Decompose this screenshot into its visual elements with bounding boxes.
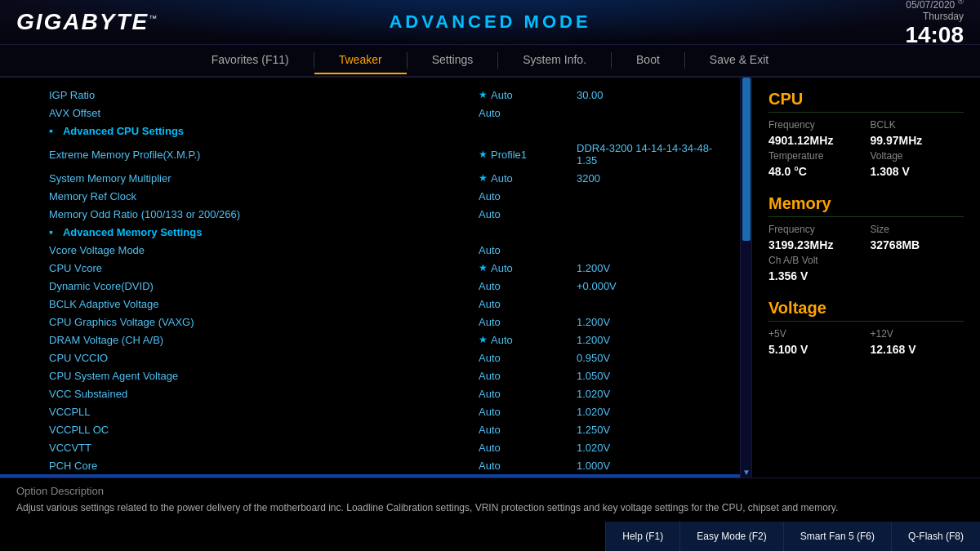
memory-stats-grid: Frequency Size 3199.23MHz 32768MB Ch A/B… <box>768 224 964 282</box>
list-item[interactable]: VCC Substained Auto 1.020V <box>0 384 740 402</box>
v5-label: +5V <box>768 328 862 340</box>
setting-vccvtt: VCCVTT <box>49 442 479 454</box>
setting-vccpll-value: Auto <box>479 406 577 418</box>
section-advanced-cpu[interactable]: ▪ Advanced CPU Settings <box>0 122 740 140</box>
setting-vccpll-oc-value2: 1.250V <box>577 424 724 436</box>
date-value: 05/07/2020 <box>906 0 955 11</box>
setting-vaxg-value: Auto <box>479 316 577 328</box>
cpu-temp-value: 48.0 °C <box>768 165 862 178</box>
help-button[interactable]: Help (F1) <box>605 522 679 551</box>
setting-vcore-mode: Vcore Voltage Mode <box>49 244 479 256</box>
scrollbar-thumb[interactable] <box>742 78 751 241</box>
cpu-freq-label: Frequency <box>768 119 862 131</box>
setting-vcc-substained-value: Auto <box>479 388 577 400</box>
qflash-button[interactable]: Q-Flash (F8) <box>891 522 980 551</box>
star-icon: ★ <box>479 149 488 160</box>
voltage-stats-grid: +5V +12V 5.100 V 12.168 V <box>768 328 964 356</box>
setting-sys-agent-value2: 1.050V <box>577 370 724 382</box>
tab-boot[interactable]: Boot <box>612 47 684 74</box>
mem-size-label: Size <box>871 224 964 235</box>
time-display: 14:08 <box>905 22 964 48</box>
section-advanced-cpu-label: ▪ Advanced CPU Settings <box>49 124 724 137</box>
list-item[interactable]: CPU System Agent Voltage Auto 1.050V <box>0 367 740 384</box>
section-marker-icon: ▪ <box>49 124 53 137</box>
tab-system-info[interactable]: System Info. <box>498 47 611 74</box>
section-advanced-voltage[interactable]: ▪ Advanced Voltage Settings <box>0 474 740 478</box>
cpu-voltage-label: Voltage <box>871 150 964 162</box>
setting-dvid-value2: +0.000V <box>577 280 724 292</box>
list-item[interactable]: VCCPLL Auto 1.020V <box>0 402 740 420</box>
logo-text: GIGABYTE <box>16 9 149 34</box>
list-item[interactable]: IGP Ratio ★ Auto 30.00 <box>0 86 740 104</box>
tab-favorites[interactable]: Favorites (F11) <box>187 47 314 74</box>
v12-value: 12.168 V <box>871 343 964 356</box>
mem-volt-value: 1.356 V <box>768 269 964 282</box>
cpu-temp-label: Temperature <box>768 150 862 162</box>
star-icon: ★ <box>479 89 488 100</box>
cpu-bclk-value: 99.97MHz <box>871 134 964 147</box>
v12-label: +12V <box>871 328 964 340</box>
tab-settings[interactable]: Settings <box>408 47 498 74</box>
scrollbar[interactable]: ▲ ▼ <box>740 78 751 478</box>
list-item[interactable]: Memory Ref Clock Auto <box>0 187 740 205</box>
list-item[interactable]: CPU Graphics Voltage (VAXG) Auto 1.200V <box>0 313 740 331</box>
setting-pch-core-value2: 1.000V <box>577 460 724 472</box>
setting-xmp: Extreme Memory Profile(X.M.P.) <box>49 149 479 161</box>
setting-avx-offset-value: Auto <box>479 107 577 119</box>
setting-cpu-vcore: CPU Vcore <box>49 262 479 274</box>
setting-avx-offset: AVX Offset <box>49 107 479 119</box>
description-area: Option Description Adjust various settin… <box>0 478 980 522</box>
list-item[interactable]: Vcore Voltage Mode Auto <box>0 241 740 259</box>
setting-vccio-value: Auto <box>479 352 577 364</box>
cpu-stats: CPU Frequency BCLK 4901.12MHz 99.97MHz T… <box>768 90 964 178</box>
logo: GIGABYTE™ <box>16 9 158 35</box>
mem-size-value: 32768MB <box>871 238 964 251</box>
list-item[interactable]: PCH Core Auto 1.000V <box>0 456 740 474</box>
cpu-stats-grid: Frequency BCLK 4901.12MHz 99.97MHz Tempe… <box>768 119 964 178</box>
setting-sys-mem-mult-value: ★ Auto <box>479 172 577 184</box>
list-item[interactable]: Memory Odd Ratio (100/133 or 200/266) Au… <box>0 205 740 223</box>
section-advanced-memory[interactable]: ▪ Advanced Memory Settings <box>0 223 740 241</box>
setting-mem-ref-clock: Memory Ref Clock <box>49 190 479 202</box>
setting-vcc-substained-value2: 1.020V <box>577 388 724 400</box>
easy-mode-button[interactable]: Easy Mode (F2) <box>679 522 782 551</box>
list-item[interactable]: DRAM Voltage (CH A/B) ★ Auto 1.200V <box>0 331 740 349</box>
star-icon: ★ <box>479 172 488 184</box>
list-item[interactable]: Dynamic Vcore(DVID) Auto +0.000V <box>0 277 740 295</box>
description-title: Option Description <box>16 485 964 497</box>
scrollbar-down-arrow[interactable]: ▼ <box>741 466 752 478</box>
setting-pch-core: PCH Core <box>49 460 479 472</box>
list-item[interactable]: CPU VCCIO Auto 0.950V <box>0 349 740 367</box>
setting-cpu-vcore-value2: 1.200V <box>577 262 724 274</box>
main-area: IGP Ratio ★ Auto 30.00 AVX Offset Auto ▪… <box>0 78 980 478</box>
setting-vaxg: CPU Graphics Voltage (VAXG) <box>49 316 479 328</box>
setting-vccio: CPU VCCIO <box>49 352 479 364</box>
setting-xmp-value: ★ Profile1 <box>479 149 577 161</box>
voltage-stats: Voltage +5V +12V 5.100 V 12.168 V <box>768 299 964 356</box>
list-item[interactable]: Extreme Memory Profile(X.M.P.) ★ Profile… <box>0 140 740 169</box>
list-item[interactable]: CPU Vcore ★ Auto 1.200V <box>0 259 740 277</box>
bottom-section: Option Description Adjust various settin… <box>0 478 980 551</box>
list-item[interactable]: System Memory Multiplier ★ Auto 3200 <box>0 169 740 187</box>
section-advanced-memory-label: ▪ Advanced Memory Settings <box>49 225 724 238</box>
list-item[interactable]: VCCPLL OC Auto 1.250V <box>0 420 740 438</box>
setting-sys-mem-mult-value2: 3200 <box>577 172 724 184</box>
logo-tm: ™ <box>149 14 158 23</box>
setting-sys-mem-mult: System Memory Multiplier <box>49 172 479 184</box>
list-item[interactable]: AVX Offset Auto <box>0 104 740 122</box>
list-item[interactable]: VCCVTT Auto 1.020V <box>0 438 740 456</box>
tab-save-exit[interactable]: Save & Exit <box>685 47 793 74</box>
setting-vccpll: VCCPLL <box>49 406 479 418</box>
cpu-stats-title: CPU <box>768 90 964 113</box>
memory-stats-title: Memory <box>768 194 964 217</box>
setting-dvid: Dynamic Vcore(DVID) <box>49 280 479 292</box>
nav-tabs: Favorites (F11) Tweaker Settings System … <box>0 45 980 78</box>
list-item[interactable]: BCLK Adaptive Voltage Auto <box>0 295 740 313</box>
setting-dram-voltage-value: ★ Auto <box>479 334 577 346</box>
smart-fan-button[interactable]: Smart Fan 5 (F6) <box>783 522 891 551</box>
tab-tweaker[interactable]: Tweaker <box>314 47 407 74</box>
date-display: 05/07/2020 ® <box>905 0 964 11</box>
star-icon: ★ <box>479 334 488 345</box>
setting-pch-core-value: Auto <box>479 460 577 472</box>
setting-sys-agent-value: Auto <box>479 370 577 382</box>
